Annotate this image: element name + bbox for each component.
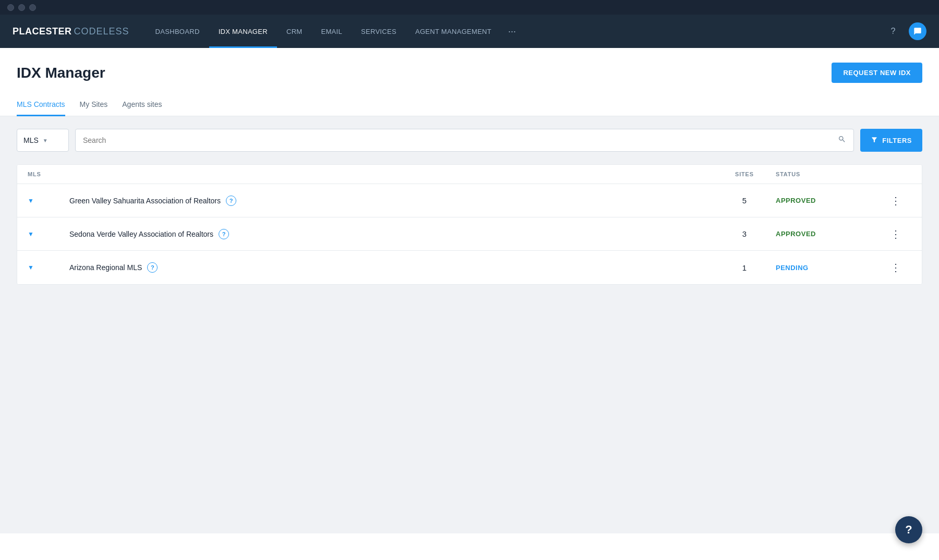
row-name-text-2: Sedona Verde Valley Association of Realt… [69, 230, 213, 238]
table-header: MLS SITES STATUS [17, 165, 922, 184]
more-options-button-1[interactable]: ⋮ [886, 193, 906, 208]
row-status-2: APPROVED [776, 230, 880, 238]
row-name-text-1: Green Valley Sahuarita Association of Re… [69, 197, 221, 205]
search-icon [838, 135, 846, 145]
tab-agents-sites[interactable]: Agents sites [122, 94, 162, 116]
filter-icon [871, 136, 878, 145]
table-row: ▼ Green Valley Sahuarita Association of … [17, 184, 922, 217]
row-actions-2: ⋮ [880, 227, 911, 241]
expand-icon-1[interactable]: ▼ [28, 197, 69, 204]
nav-right: ? [885, 22, 926, 40]
titlebar-circle-1 [7, 4, 14, 11]
titlebar [0, 0, 939, 15]
mls-dropdown[interactable]: MLS ▼ [17, 129, 69, 152]
row-status-3: PENDING [776, 264, 880, 272]
mls-dropdown-label: MLS [23, 136, 39, 144]
expand-icon-3[interactable]: ▼ [28, 264, 69, 271]
row-name-2: Sedona Verde Valley Association of Realt… [69, 229, 713, 239]
th-name [69, 171, 713, 177]
nav-item-agent-management[interactable]: AGENT MANAGEMENT [406, 15, 501, 48]
row-status-1: APPROVED [776, 197, 880, 204]
page-header: IDX Manager REQUEST NEW IDX MLS Contract… [0, 48, 939, 116]
nav-item-dashboard[interactable]: DASHBOARD [146, 15, 209, 48]
tab-my-sites[interactable]: My Sites [80, 94, 108, 116]
page-content: IDX Manager REQUEST NEW IDX MLS Contract… [0, 48, 939, 560]
navbar: PLACESTER CODELESS DASHBOARD IDX MANAGER… [0, 15, 939, 48]
expand-icon-2[interactable]: ▼ [28, 230, 69, 238]
titlebar-circle-3 [29, 4, 36, 11]
nav-item-email[interactable]: EMAIL [311, 15, 352, 48]
titlebar-circle-2 [18, 4, 25, 11]
help-fab-button[interactable]: ? [895, 516, 922, 543]
brand-placester: PLACESTER [13, 26, 72, 37]
page-title-row: IDX Manager REQUEST NEW IDX [17, 63, 922, 83]
th-status: STATUS [776, 171, 880, 177]
row-sites-1: 5 [713, 196, 776, 205]
th-mls: MLS [28, 171, 69, 177]
table-row: ▼ Arizona Regional MLS ? 1 PENDING ⋮ [17, 251, 922, 284]
row-name-3: Arizona Regional MLS ? [69, 262, 713, 273]
search-box [75, 129, 854, 152]
row-name-1: Green Valley Sahuarita Association of Re… [69, 196, 713, 206]
request-new-idx-button[interactable]: REQUEST NEW IDX [832, 63, 922, 83]
chat-icon-button[interactable] [909, 22, 926, 40]
row-actions-1: ⋮ [880, 193, 911, 208]
row-actions-3: ⋮ [880, 260, 911, 275]
tab-mls-contracts[interactable]: MLS Contracts [17, 94, 65, 116]
help-icon-3[interactable]: ? [147, 262, 158, 273]
nav-items: DASHBOARD IDX MANAGER CRM EMAIL SERVICES… [146, 15, 885, 48]
help-icon-2[interactable]: ? [219, 229, 229, 239]
nav-item-idx-manager[interactable]: IDX MANAGER [209, 15, 277, 48]
main-area: MLS ▼ FILTERS [0, 116, 939, 533]
filters-button[interactable]: FILTERS [860, 129, 922, 152]
help-icon-button[interactable]: ? [885, 23, 901, 40]
brand-codeless: CODELESS [74, 26, 129, 37]
brand: PLACESTER CODELESS [13, 26, 129, 37]
chevron-down-icon: ▼ [43, 138, 48, 143]
help-icon-1[interactable]: ? [226, 196, 236, 206]
more-options-button-2[interactable]: ⋮ [886, 227, 906, 241]
th-sites: SITES [713, 171, 776, 177]
search-input[interactable] [83, 136, 838, 144]
tabs: MLS Contracts My Sites Agents sites [17, 93, 922, 116]
row-sites-2: 3 [713, 229, 776, 238]
table-row: ▼ Sedona Verde Valley Association of Rea… [17, 217, 922, 251]
nav-more-button[interactable]: ··· [501, 26, 523, 37]
nav-item-crm[interactable]: CRM [277, 15, 312, 48]
more-options-button-3[interactable]: ⋮ [886, 260, 906, 275]
filters-label: FILTERS [882, 137, 912, 144]
nav-item-services[interactable]: SERVICES [352, 15, 406, 48]
mls-table: MLS SITES STATUS ▼ Green Valley Sahuarit… [17, 164, 922, 285]
page-title: IDX Manager [17, 65, 105, 81]
row-sites-3: 1 [713, 263, 776, 272]
row-name-text-3: Arizona Regional MLS [69, 263, 142, 272]
th-actions [880, 171, 911, 177]
filter-bar: MLS ▼ FILTERS [17, 129, 922, 152]
